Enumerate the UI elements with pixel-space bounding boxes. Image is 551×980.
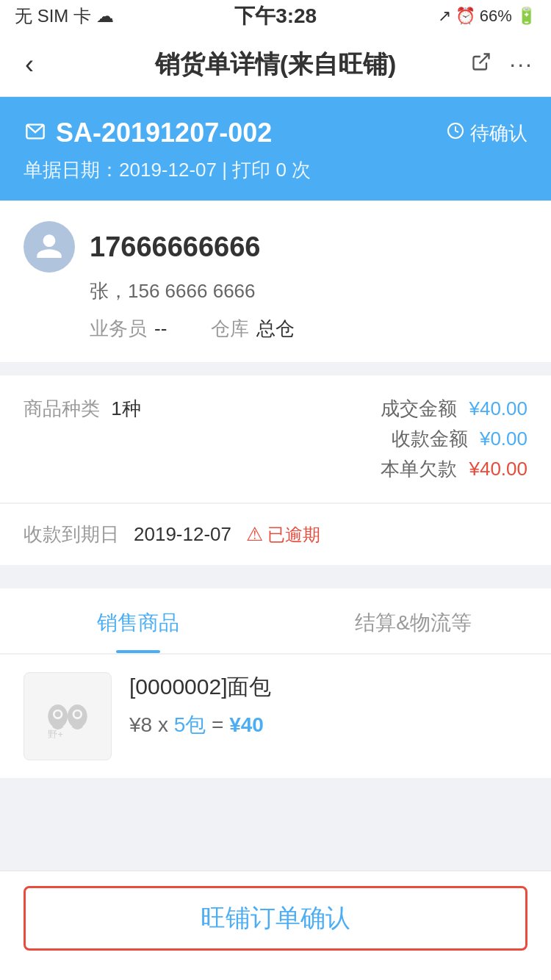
product-thumbnail: 野+ [24,672,112,760]
warehouse-value: 总仓 [256,316,295,342]
product-info: [0000002]面包 ¥8 x 5包 = ¥40 [129,672,527,739]
share-icon[interactable] [471,51,491,77]
order-status: 待确认 [447,120,527,146]
order-header: SA-20191207-002 待确认 单据日期：2019-12-07 | 打印… [0,97,551,201]
overdue-icon: ⚠ [246,523,263,546]
salesman-value: -- [154,317,167,340]
clock-icon [447,122,464,145]
owed-amount-row: 本单欠款 ¥40.00 [381,456,527,482]
due-label: 收款到期日 [24,522,119,547]
deal-amount-row: 成交金额 ¥40.00 [381,396,527,422]
equals-sign: = [206,713,229,736]
order-meta: 单据日期：2019-12-07 | 打印 0 次 [24,157,527,183]
product-total: ¥40 [229,713,264,736]
svg-text:野+: 野+ [48,729,63,738]
received-amount-row: 收款金额 ¥0.00 [392,426,527,452]
customer-fields: 业务员 -- 仓库 总仓 [90,316,527,342]
page-title: 销货单详情(来自旺铺) [155,48,397,82]
product-qty: 5包 [174,713,206,736]
back-button[interactable]: ‹ [18,49,41,80]
product-section: 野+ [0000002]面包 ¥8 x 5包 = ¥40 [0,655,551,778]
sim-text: 无 SIM 卡 ☁ [15,4,114,28]
status-time: 下午3:28 [234,2,317,30]
amounts-section: 成交金额 ¥40.00 收款金额 ¥0.00 本单欠款 ¥40.00 [381,396,527,482]
warehouse-label: 仓库 [211,316,249,342]
product-price: ¥8 x [129,713,174,736]
product-type-value: 1种 [111,397,140,419]
more-icon[interactable]: ··· [509,51,533,78]
customer-section: 17666666666 张，156 6666 6666 业务员 -- 仓库 总仓 [0,201,551,363]
svg-point-7 [55,711,61,717]
overdue-badge: ⚠ 已逾期 [246,523,320,547]
salesman-label: 业务员 [90,316,147,342]
order-icon [24,118,47,148]
tab-settlement[interactable]: 结算&物流等 [276,588,551,653]
confirm-order-button[interactable]: 旺铺订单确认 [24,886,527,951]
tabs-section: 销售商品 结算&物流等 [0,588,551,655]
divider [0,565,551,577]
customer-name: 张，156 6666 6666 [90,278,527,304]
product-price-row: ¥8 x 5包 = ¥40 [129,711,527,739]
due-date-section: 收款到期日 2019-12-07 ⚠ 已逾期 [0,503,551,565]
product-name: [0000002]面包 [129,672,527,702]
nav-actions: ··· [471,51,533,78]
stats-section: 商品种类 1种 成交金额 ¥40.00 收款金额 ¥0.00 本单欠款 ¥40.… [0,375,551,503]
due-date-value: 2019-12-07 [134,523,231,546]
battery-text: ↗ ⏰ 66% 🔋 [438,7,536,26]
customer-phone: 17666666666 [90,231,260,263]
avatar [24,221,75,273]
status-left: 无 SIM 卡 ☁ [15,4,114,28]
tab-sales-goods[interactable]: 销售商品 [0,588,276,653]
product-type-label: 商品种类 [24,397,100,419]
overdue-text: 已逾期 [267,523,320,547]
nav-bar: ‹ 销货单详情(来自旺铺) ··· [0,32,551,97]
bottom-action-area: 旺铺订单确认 [0,871,551,980]
status-right: ↗ ⏰ 66% 🔋 [438,7,536,26]
status-bar: 无 SIM 卡 ☁ 下午3:28 ↗ ⏰ 66% 🔋 [0,0,551,32]
tabs-row: 销售商品 结算&物流等 [0,588,551,653]
order-id: SA-20191207-002 [24,118,272,148]
svg-line-0 [480,54,489,64]
svg-point-8 [74,711,80,717]
